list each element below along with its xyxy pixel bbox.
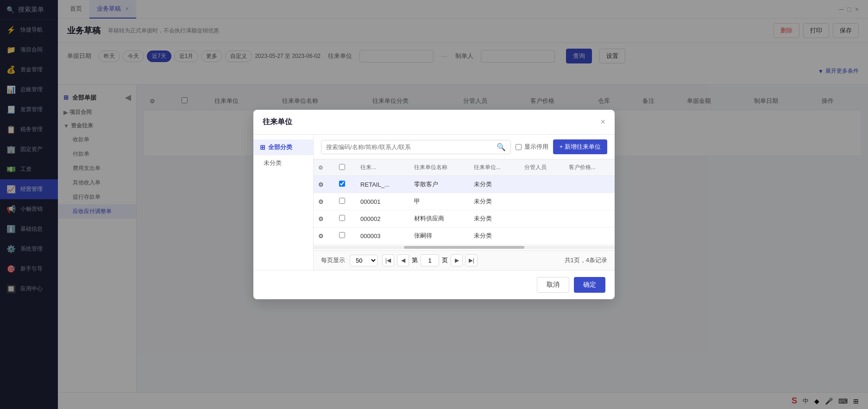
modal-col-name: 往来单位名称 (409, 159, 469, 176)
row-settings[interactable]: ⚙ (314, 193, 334, 210)
modal-col-settings[interactable]: ⚙ (314, 159, 334, 176)
page-prev-button[interactable]: ◀ (397, 254, 409, 266)
row-category: 未分类 (469, 193, 520, 210)
modal-table-row[interactable]: ⚙ 000002 材料供应商 未分类 (314, 210, 615, 227)
modal-scroll-thumb[interactable] (404, 246, 524, 249)
modal-sidebar-all[interactable]: ⊞ 全部分类 (253, 139, 313, 155)
page-label: 第 (412, 256, 418, 264)
row-manager (520, 176, 564, 193)
page-suffix: 页 (442, 256, 448, 264)
row-category: 未分类 (469, 227, 520, 245)
modal-col-code: 往来... (356, 159, 409, 176)
add-partner-button[interactable]: + 新增往来单位 (553, 139, 607, 154)
row-manager (520, 210, 564, 227)
modal-table-wrap: ⚙ 往来... 往来单位名称 往来单位... 分管人员 客户价格... ⚙ (314, 159, 615, 245)
page-first-button[interactable]: |◀ (382, 254, 394, 266)
row-code: 000002 (356, 210, 409, 227)
modal-close-button[interactable]: × (600, 117, 605, 127)
modal-title: 往来单位 (263, 117, 292, 127)
row-name: 张嗣得 (409, 227, 469, 245)
modal-sidebar: ⊞ 全部分类 未分类 (253, 135, 314, 270)
row-manager (520, 227, 564, 245)
modal-col-select[interactable] (334, 159, 356, 176)
row-checkbox[interactable] (334, 210, 356, 227)
modal-horizontal-scrollbar[interactable] (314, 245, 615, 249)
row-code: RETAIL_... (356, 176, 409, 193)
pagination: |◀ ◀ 第 页 ▶ ▶| (382, 254, 478, 266)
modal-sidebar-uncategorized[interactable]: 未分类 (253, 155, 313, 171)
modal-table-row[interactable]: ⚙ 000003 张嗣得 未分类 (314, 227, 615, 245)
show-disabled-checkbox[interactable] (516, 144, 522, 150)
row-price (564, 227, 615, 245)
row-settings[interactable]: ⚙ (314, 227, 334, 245)
per-page-label: 每页显示 (321, 256, 345, 264)
grid-icon: ⊞ (260, 144, 265, 151)
row-code: 000003 (356, 227, 409, 245)
search-icon: 🔍 (497, 143, 506, 151)
row-price (564, 193, 615, 210)
row-name: 甲 (409, 193, 469, 210)
row-name: 零散客户 (409, 176, 469, 193)
modal-table: ⚙ 往来... 往来单位名称 往来单位... 分管人员 客户价格... ⚙ (314, 159, 615, 245)
modal-header: 往来单位 × (253, 110, 615, 135)
partner-search-input[interactable] (326, 144, 494, 151)
row-category: 未分类 (469, 176, 520, 193)
modal-sidebar-all-label: 全部分类 (268, 143, 292, 151)
per-page-select[interactable]: 50 100 200 (350, 255, 377, 266)
modal-col-manager: 分管人员 (520, 159, 564, 176)
total-label: 共1页，4条记录 (565, 256, 607, 264)
page-input[interactable] (421, 254, 439, 266)
row-name: 材料供应商 (409, 210, 469, 227)
row-checkbox[interactable] (334, 193, 356, 210)
page-next-button[interactable]: ▶ (451, 254, 463, 266)
modal-table-row[interactable]: ⚙ RETAIL_... 零散客户 未分类 (314, 176, 615, 193)
modal-actions: 取消 确定 (253, 270, 615, 299)
page-last-button[interactable]: ▶| (465, 254, 478, 266)
row-price (564, 176, 615, 193)
row-code: 000001 (356, 193, 409, 210)
partner-modal: 往来单位 × ⊞ 全部分类 未分类 🔍 (253, 110, 615, 299)
search-box: 🔍 (321, 140, 511, 154)
row-settings[interactable]: ⚙ (314, 210, 334, 227)
modal-footer-bar: 每页显示 50 100 200 |◀ ◀ 第 页 ▶ ▶| (314, 250, 615, 270)
modal-col-category: 往来单位... (469, 159, 520, 176)
modal-toolbar: 🔍 显示停用 + 新增往来单位 (314, 135, 615, 159)
row-price (564, 210, 615, 227)
row-manager (520, 193, 564, 210)
modal-main: 🔍 显示停用 + 新增往来单位 ⚙ (314, 135, 615, 270)
row-settings[interactable]: ⚙ (314, 176, 334, 193)
modal-table-row[interactable]: ⚙ 000001 甲 未分类 (314, 193, 615, 210)
modal-sidebar-uncategorized-label: 未分类 (264, 159, 282, 167)
row-category: 未分类 (469, 210, 520, 227)
modal-overlay: 往来单位 × ⊞ 全部分类 未分类 🔍 (0, 0, 868, 409)
modal-select-all[interactable] (339, 164, 345, 170)
row-checkbox[interactable] (334, 176, 356, 193)
show-disabled-label[interactable]: 显示停用 (516, 143, 548, 151)
modal-body: ⊞ 全部分类 未分类 🔍 显示停用 (253, 135, 615, 270)
cancel-button[interactable]: 取消 (537, 277, 569, 293)
row-checkbox[interactable] (334, 227, 356, 245)
confirm-button[interactable]: 确定 (574, 277, 605, 293)
modal-col-price: 客户价格... (564, 159, 615, 176)
